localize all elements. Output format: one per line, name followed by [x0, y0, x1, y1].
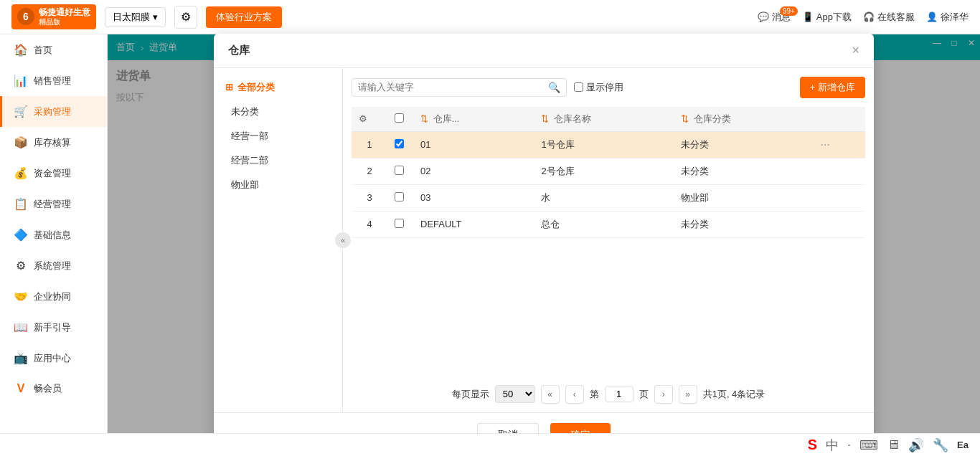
modal-close-button[interactable]: ×	[852, 44, 859, 57]
col-label-name: 仓库名称	[554, 113, 591, 124]
modal-header: 仓库 ×	[214, 34, 874, 68]
category-item-property[interactable]: 物业部	[214, 173, 342, 197]
logo-area: 6 畅捷通好生意 精品版	[11, 4, 96, 29]
sidebar-label-inventory: 库存核算	[34, 136, 71, 149]
row-check	[387, 158, 413, 184]
table-row[interactable]: 3 03 水 物业部	[352, 184, 865, 211]
sidebar-label-sales: 销售管理	[34, 75, 71, 87]
row-name: 2号仓库	[534, 158, 674, 184]
apps-icon: 📺	[14, 351, 28, 365]
sidebar-label-purchase: 采购管理	[34, 105, 71, 118]
store-selector[interactable]: 日太阳膜 ▾	[105, 7, 166, 27]
per-page-select[interactable]: 50 10 20 100	[495, 385, 535, 403]
app-label: App下载	[816, 11, 852, 24]
table-row[interactable]: 4 DEFAULT 总仓 未分类	[352, 211, 865, 237]
first-page-button[interactable]: «	[541, 385, 560, 404]
col-header-name[interactable]: ⇅ 仓库名称	[534, 107, 674, 132]
bottom-icon-chinese[interactable]: 中	[826, 437, 839, 454]
sidebar-item-apps[interactable]: 📺 应用中心	[0, 343, 107, 374]
bottom-icon-keyboard[interactable]: ⌨	[859, 437, 878, 453]
row-check	[387, 184, 413, 211]
sidebar-item-operations[interactable]: 📋 经营管理	[0, 189, 107, 219]
per-page-label: 每页显示	[452, 388, 489, 401]
ea-label: Ea	[957, 440, 969, 450]
col-header-gear: ⚙	[352, 107, 387, 132]
row-more-actions[interactable]	[814, 158, 865, 184]
user-name: 徐泽华	[941, 11, 969, 24]
row-more-actions[interactable]: ···	[814, 131, 865, 158]
modal-body: ⊞ 全部分类 未分类 经营一部 经营二部 物业部 «	[214, 68, 874, 412]
sidebar-item-home[interactable]: 🏠 首页	[0, 34, 107, 65]
sidebar-label-basic-info: 基础信息	[34, 229, 71, 242]
user-profile-button[interactable]: 👤 徐泽华	[926, 11, 969, 24]
row-checkbox[interactable]	[395, 219, 404, 228]
main-layout: 🏠 首页 📊 销售管理 🛒 采购管理 📦 库存核算 💰 资金管理 📋 经营管理 …	[0, 34, 980, 456]
page-suffix: 页	[639, 388, 649, 401]
row-checkbox[interactable]	[395, 139, 404, 148]
sidebar-item-vip[interactable]: V 畅会员	[0, 374, 107, 404]
row-gear: 1	[352, 131, 387, 158]
trial-button[interactable]: 体验行业方案	[206, 6, 282, 28]
row-code: 02	[413, 158, 534, 184]
col-header-category[interactable]: ⇅ 仓库分类	[674, 107, 814, 132]
online-service-button[interactable]: 🎧 在线客服	[863, 11, 915, 24]
bottom-icon-dot[interactable]: ·	[847, 437, 851, 452]
row-gear: 2	[352, 158, 387, 184]
add-warehouse-button[interactable]: + 新增仓库	[800, 77, 865, 98]
col-header-code[interactable]: ⇅ 仓库...	[413, 107, 534, 132]
row-more-actions[interactable]	[814, 184, 865, 211]
header-right: 💬 消息 99+ 📱 App下载 🎧 在线客服 👤 徐泽华	[758, 11, 969, 24]
bottom-icon-s[interactable]: S	[808, 437, 817, 453]
sidebar-item-inventory[interactable]: 📦 库存核算	[0, 127, 107, 158]
last-page-button[interactable]: »	[679, 385, 697, 404]
modal-title: 仓库	[228, 44, 250, 57]
basic-info-icon: 🔷	[14, 228, 28, 242]
row-checkbox[interactable]	[395, 192, 404, 201]
category-item-dept1[interactable]: 经营一部	[214, 124, 342, 148]
page-label: 第	[590, 388, 599, 401]
table-row[interactable]: 1 01 1号仓库 未分类 ···	[352, 131, 865, 158]
sidebar-item-basic-info[interactable]: 🔷 基础信息	[0, 219, 107, 250]
sales-icon: 📊	[14, 74, 28, 87]
sidebar-item-enterprise[interactable]: 🤝 企业协同	[0, 281, 107, 312]
row-category: 未分类	[674, 158, 814, 184]
col-label-code: 仓库...	[433, 113, 460, 124]
sidebar-item-finance[interactable]: 💰 资金管理	[0, 158, 107, 189]
sidebar-item-sales[interactable]: 📊 销售管理	[0, 65, 107, 96]
show-disabled-checkbox[interactable]	[574, 82, 583, 92]
page-number-input[interactable]	[605, 386, 633, 402]
sidebar-item-purchase[interactable]: 🛒 采购管理	[0, 96, 107, 127]
all-categories-button[interactable]: ⊞ 全部分类	[214, 75, 342, 100]
bottom-bar: S 中 · ⌨ 🖥 🔊 🔧 Ea	[0, 433, 980, 456]
search-input[interactable]	[358, 82, 544, 92]
bottom-icon-speaker[interactable]: 🔊	[908, 437, 924, 453]
top-header: 6 畅捷通好生意 精品版 日太阳膜 ▾ ⚙ 体验行业方案 💬 消息 99+ 📱 …	[0, 0, 980, 34]
gear-icon: ⚙	[181, 10, 191, 24]
col-label-category: 仓库分类	[694, 113, 731, 124]
bottom-icon-settings[interactable]: 🔧	[933, 437, 948, 453]
search-icon: 🔍	[548, 82, 560, 93]
row-more-actions[interactable]	[814, 211, 865, 237]
show-disabled-checkbox-label[interactable]: 显示停用	[574, 81, 623, 94]
settings-button[interactable]: ⚙	[174, 6, 197, 29]
messages-badge: 99+	[780, 6, 798, 16]
category-item-unclassified[interactable]: 未分类	[214, 100, 342, 124]
category-item-dept2[interactable]: 经营二部	[214, 148, 342, 173]
sidebar-item-system[interactable]: ⚙ 系统管理	[0, 250, 107, 281]
next-page-button[interactable]: ›	[654, 385, 673, 404]
prev-page-button[interactable]: ‹	[565, 385, 584, 404]
messages-button[interactable]: 💬 消息 99+	[758, 11, 791, 24]
warehouse-table: ⚙ ⇅ 仓库...	[352, 107, 865, 238]
system-icon: ⚙	[14, 259, 28, 272]
row-checkbox[interactable]	[395, 166, 404, 175]
finance-icon: 💰	[14, 166, 28, 180]
sidebar-item-guide[interactable]: 📖 新手引导	[0, 312, 107, 343]
app-download-button[interactable]: 📱 App下载	[802, 11, 852, 24]
collapse-panel-button[interactable]: «	[335, 232, 351, 248]
row-check	[387, 131, 413, 158]
sort-icon-name: ⇅	[541, 113, 549, 124]
table-row[interactable]: 2 02 2号仓库 未分类	[352, 158, 865, 184]
headset-icon: 🎧	[863, 11, 875, 22]
select-all-checkbox[interactable]	[395, 113, 404, 123]
bottom-icon-monitor[interactable]: 🖥	[887, 437, 900, 452]
